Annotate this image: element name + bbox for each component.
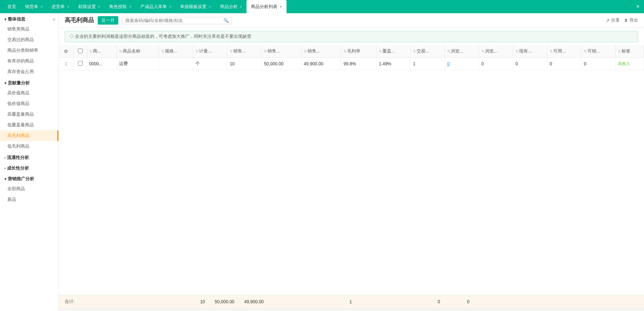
sidebar-group-overall[interactable]: ▾ 整体信息 xyxy=(0,13,58,24)
window-close-button[interactable]: × xyxy=(636,3,640,10)
close-product-analysis-list[interactable]: × xyxy=(280,4,282,9)
sidebar-item-high-margin[interactable]: 高毛利商品 xyxy=(0,130,58,141)
close-purchase-order[interactable]: × xyxy=(67,4,69,9)
table-wrapper[interactable]: ⚙ ⇅商... ⇅商品名称 ⇅规格... ⇅计量... ⇅销售... ⇅销售..… xyxy=(59,45,644,295)
col-sale-profit[interactable]: ⇅销售... xyxy=(301,45,341,58)
arrow-contribution: ▾ xyxy=(4,81,6,85)
cell-checkbox[interactable] xyxy=(73,58,87,70)
nav-template-settings[interactable]: 单据模板设置 × xyxy=(176,0,215,13)
cell-saleable: 0 xyxy=(582,58,616,70)
cell-trade: 1 xyxy=(411,58,445,70)
col-spec[interactable]: ⇅规格... xyxy=(159,45,193,58)
col-browse1[interactable]: ⇅浏览... xyxy=(445,45,479,58)
col-name[interactable]: ⇅商品名称 xyxy=(116,45,159,58)
content-area: 高毛利商品 近一月 🔍 ↗ 分享 ⬆ 导出 ◇ 企业的主要的利润都是这部分商品创… xyxy=(59,13,644,311)
export-button[interactable]: ⬆ 导出 xyxy=(624,17,638,23)
sidebar-item-stocked-goods[interactable]: 有库存的商品 xyxy=(0,56,58,66)
nav-home[interactable]: 首页 xyxy=(3,0,21,13)
col-checkbox[interactable] xyxy=(73,45,87,58)
sidebar-item-category-rate[interactable]: 商品分类助销率 xyxy=(0,45,58,56)
col-coverage[interactable]: ⇅覆盖... xyxy=(377,45,411,58)
nav-role-auth[interactable]: 角色授权 × xyxy=(105,0,136,13)
footer-available: 0 xyxy=(442,299,472,304)
share-icon: ↗ xyxy=(606,18,609,23)
sidebar-item-traded-goods[interactable]: 交易过的商品 xyxy=(0,35,58,45)
nav-purchase-order[interactable]: 进货单 × xyxy=(47,0,73,13)
select-all-checkbox[interactable] xyxy=(78,48,83,53)
banner-text: ◇ 企业的主要的利润都是这部分商品创造的，可考虑加大推广，同时关注库存是不要出现… xyxy=(69,33,251,40)
sidebar-item-low-value[interactable]: 低价值商品 xyxy=(0,98,58,109)
footer-label: 合计: xyxy=(65,299,79,305)
nav-product-analysis[interactable]: 商品分析 × xyxy=(216,0,247,13)
sidebar: « ▾ 整体信息 销售类商品 交易过的商品 商品分类助销率 有库存的商品 库存资… xyxy=(0,13,59,311)
table-row: 1 0000... 运费 个 10 50,000.00 49,900.00 99… xyxy=(59,58,644,70)
close-product-storage[interactable]: × xyxy=(169,4,171,9)
col-current-stock[interactable]: ⇅现有... xyxy=(513,45,547,58)
nav-sales-order[interactable]: 销货单 × xyxy=(21,0,47,13)
cell-gross-margin: 99.8% xyxy=(341,58,376,70)
col-code[interactable]: ⇅商... xyxy=(87,45,116,58)
cell-name: 运费 xyxy=(116,58,159,70)
time-filter-button[interactable]: 近一月 xyxy=(98,16,118,25)
sidebar-item-low-coverage[interactable]: 低覆盖量商品 xyxy=(0,120,58,130)
sidebar-group-flow[interactable]: › 流通性分析 xyxy=(0,152,58,162)
sidebar-item-high-coverage[interactable]: 高覆盖量商品 xyxy=(0,109,58,120)
sidebar-group-marketing[interactable]: ▾ 营销推广分析 xyxy=(0,173,58,184)
footer-sale-qty: 10 xyxy=(178,299,207,304)
close-product-analysis[interactable]: × xyxy=(240,4,242,9)
cell-tag: 高收入 xyxy=(616,58,644,70)
footer-trade: 1 xyxy=(325,299,354,304)
col-saleable[interactable]: ⇅可销... xyxy=(582,45,616,58)
sidebar-item-low-margin[interactable]: 低毛利商品 xyxy=(0,141,58,152)
cell-sale-qty: 10 xyxy=(227,58,262,70)
search-input[interactable] xyxy=(125,18,223,23)
col-sale-amount[interactable]: ⇅销售... xyxy=(262,45,301,58)
close-template-settings[interactable]: × xyxy=(209,4,211,9)
sidebar-item-stock-capital[interactable]: 库存资金占用 xyxy=(0,66,58,77)
col-tag[interactable]: ⇅标签 xyxy=(616,45,644,58)
col-available[interactable]: ⇅可用... xyxy=(547,45,582,58)
nav-product-analysis-list[interactable]: 商品分析列表 × xyxy=(247,0,286,13)
sidebar-item-all-goods[interactable]: 全部商品 xyxy=(0,184,58,194)
data-table: ⚙ ⇅商... ⇅商品名称 ⇅规格... ⇅计量... ⇅销售... ⇅销售..… xyxy=(59,45,644,70)
sidebar-group-growth[interactable]: › 成长性分析 xyxy=(0,162,58,173)
close-permission-settings[interactable]: × xyxy=(98,4,100,9)
cell-browse1[interactable]: 0 xyxy=(445,58,479,70)
cell-sale-profit: 49,900.00 xyxy=(301,58,341,70)
main-layout: « ▾ 整体信息 销售类商品 交易过的商品 商品分类助销率 有库存的商品 库存资… xyxy=(0,13,644,311)
table-footer: 合计: 10 50,000.00 49,900.00 1 0 0 xyxy=(59,295,644,308)
cell-spec xyxy=(159,58,193,70)
nav-permission-settings[interactable]: 权限设置 × xyxy=(74,0,105,13)
info-banner: ◇ 企业的主要的利润都是这部分商品创造的，可考虑加大推广，同时关注库存是不要出现… xyxy=(65,31,638,42)
col-unit[interactable]: ⇅计量... xyxy=(193,45,227,58)
col-trade[interactable]: ⇅交易... xyxy=(411,45,445,58)
cell-sale-amount: 50,000.00 xyxy=(262,58,301,70)
bottom-scrollbar[interactable] xyxy=(59,308,644,311)
arrow-overall: ▾ xyxy=(4,17,6,21)
cell-current-stock: 0 xyxy=(513,58,547,70)
search-icon[interactable]: 🔍 xyxy=(223,18,229,23)
nav-product-storage[interactable]: 产成品入库单 × xyxy=(136,0,176,13)
top-navigation: 首页 销货单 × 进货单 × 权限设置 × 角色授权 × 产成品入库单 × 单据… xyxy=(0,0,644,13)
close-role-auth[interactable]: × xyxy=(129,4,131,9)
close-sales-order[interactable]: × xyxy=(40,4,43,9)
sidebar-item-new-goods[interactable]: 新品 xyxy=(0,194,58,205)
row-checkbox[interactable] xyxy=(78,61,83,66)
arrow-growth: › xyxy=(4,166,6,170)
header-actions: ↗ 分享 ⬆ 导出 xyxy=(606,17,638,23)
col-gross-margin[interactable]: ⇅毛利率 xyxy=(341,45,376,58)
sidebar-item-sales-goods[interactable]: 销售类商品 xyxy=(0,24,58,35)
arrow-marketing: ▾ xyxy=(4,177,6,181)
arrow-flow: › xyxy=(4,156,6,160)
settings-icon: ⚙ xyxy=(64,49,68,54)
cell-unit: 个 xyxy=(193,58,227,70)
sidebar-item-high-value[interactable]: 高价值商品 xyxy=(0,88,58,98)
col-settings[interactable]: ⚙ xyxy=(59,45,73,58)
col-sale-qty[interactable]: ⇅销售... xyxy=(227,45,262,58)
sidebar-collapse-button[interactable]: « xyxy=(53,16,55,22)
share-button[interactable]: ↗ 分享 xyxy=(606,17,620,23)
export-icon: ⬆ xyxy=(624,18,628,23)
content-header: 高毛利商品 近一月 🔍 ↗ 分享 ⬆ 导出 xyxy=(59,13,644,28)
col-browse2[interactable]: ⇅浏览... xyxy=(479,45,513,58)
sidebar-group-contribution[interactable]: ▾ 贡献量分析 xyxy=(0,77,58,88)
